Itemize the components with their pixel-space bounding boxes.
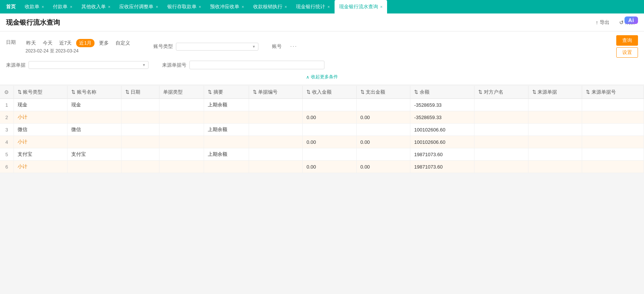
nav-tab-cash-stats[interactable]: 现金银行统计 × <box>291 0 334 13</box>
collapse-label: 收起更多条件 <box>311 74 338 80</box>
table-cell <box>159 161 204 173</box>
close-icon[interactable]: × <box>108 4 110 9</box>
table-cell: -3528659.33 <box>410 99 474 111</box>
table-cell <box>303 148 357 161</box>
table-cell <box>474 136 528 148</box>
date-label: 日期 <box>6 39 21 46</box>
table-cell: 现金 <box>14 99 68 111</box>
table-row: 6小计0.000.0019871073.60 <box>0 161 644 173</box>
table-cell: 现金 <box>68 99 122 111</box>
close-icon[interactable]: × <box>285 4 287 9</box>
nav-tab-fukuandan[interactable]: 付款单 × <box>48 0 77 13</box>
source-doc-num-label: 来源单据号 <box>162 62 186 69</box>
table-cell <box>528 161 582 173</box>
col-balance[interactable]: ⇅ 余额 <box>410 86 474 99</box>
table-cell: 小计 <box>14 161 68 173</box>
table-cell <box>121 99 159 111</box>
nav-home[interactable]: 首页 <box>2 0 20 13</box>
close-icon[interactable]: × <box>42 4 44 9</box>
table-cell: 0.00 <box>303 161 357 173</box>
account-filter: 账号 ··· <box>272 43 297 50</box>
table-cell: 上期余额 <box>204 148 249 161</box>
col-income[interactable]: ⇅ 收入金额 <box>303 86 357 99</box>
export-button[interactable]: ↑ 导出 <box>593 18 612 27</box>
table-cell: 微信 <box>14 124 68 136</box>
table-cell <box>68 161 122 173</box>
table-row: 4小计0.000.00100102606.60 <box>0 136 644 148</box>
table-cell: 100102606.60 <box>410 136 474 148</box>
table-cell: -3528659.33 <box>410 111 474 124</box>
table-cell: 4 <box>0 136 14 148</box>
nav-tab-advance[interactable]: 预收冲应收单 × <box>206 0 248 13</box>
table-cell: 5 <box>0 148 14 161</box>
close-icon[interactable]: × <box>199 4 201 9</box>
col-account-name[interactable]: ⇅ 账号名称 <box>68 86 122 99</box>
col-source-doc-num[interactable]: ⇅ 来源单据号 <box>582 86 644 99</box>
col-gear[interactable]: ⚙ <box>0 86 14 99</box>
nav-tab-adjustment[interactable]: 应收应付调整单 × <box>115 0 162 13</box>
filter-row-2: 来源单据 ▾ 来源单据号 <box>6 61 638 69</box>
close-icon[interactable]: × <box>380 4 383 9</box>
col-expense[interactable]: ⇅ 支出金额 <box>356 86 410 99</box>
table-cell <box>474 148 528 161</box>
col-source-doc[interactable]: ⇅ 来源单据 <box>528 86 582 99</box>
nav-tab-cash-flow[interactable]: 现金银行流水查询 × <box>335 0 387 13</box>
table-cell <box>528 136 582 148</box>
query-button[interactable]: 查询 <box>616 35 638 46</box>
date-opt-more[interactable]: 更多 <box>97 39 111 47</box>
date-opt-7days[interactable]: 近7天 <box>57 39 74 47</box>
table-header-row: ⚙ ⇅ 账号类型 ⇅ 账号名称 ⇅ 日期 单据类型 ⇅ 摘要 ⇅ 单据编号 <box>0 86 644 99</box>
table-cell <box>303 124 357 136</box>
close-icon[interactable]: × <box>327 4 330 9</box>
date-opt-today[interactable]: 今天 <box>41 39 55 47</box>
table-cell: 1 <box>0 99 14 111</box>
close-icon[interactable]: × <box>70 4 72 9</box>
col-doc-number[interactable]: ⇅ 单据编号 <box>249 86 303 99</box>
more-options-icon[interactable]: ··· <box>290 43 297 50</box>
col-summary[interactable]: ⇅ 摘要 <box>204 86 249 99</box>
account-type-dropdown[interactable]: ▾ <box>176 43 258 51</box>
collapse-bar[interactable]: ∧ 收起更多条件 <box>6 72 638 82</box>
table-cell <box>159 99 204 111</box>
col-doc-type: 单据类型 <box>159 86 204 99</box>
nav-tab-other-income[interactable]: 其他收入单 × <box>77 0 115 13</box>
gear-icon[interactable]: ⚙ <box>4 89 9 95</box>
table-cell: 100102606.60 <box>410 124 474 136</box>
table-cell <box>159 111 204 124</box>
table-cell <box>474 124 528 136</box>
collapse-up-icon: ∧ <box>306 75 309 80</box>
table-cell <box>582 124 644 136</box>
table-cell <box>68 136 122 148</box>
col-counterparty[interactable]: ⇅ 对方户名 <box>474 86 528 99</box>
nav-tab-bank-deposit[interactable]: 银行存取款单 × <box>163 0 206 13</box>
refresh-icon: ↺ <box>619 19 624 25</box>
date-range-display: 2023-02-24 至 2023-03-24 <box>26 48 132 54</box>
table-cell <box>528 124 582 136</box>
close-icon[interactable]: × <box>242 4 244 9</box>
date-opt-custom[interactable]: 自定义 <box>113 39 132 47</box>
table-cell: 支付宝 <box>14 148 68 161</box>
col-account-type[interactable]: ⇅ 账号类型 <box>14 86 68 99</box>
date-opt-1month[interactable]: 近1月 <box>76 39 95 47</box>
nav-tab-shoukuandan[interactable]: 收款单 × <box>20 0 48 13</box>
source-doc-num-input[interactable] <box>189 61 324 69</box>
table-cell: 支付宝 <box>68 148 122 161</box>
page-title: 现金银行流水查询 <box>6 18 60 27</box>
table-cell <box>68 111 122 124</box>
table-cell <box>121 161 159 173</box>
col-date[interactable]: ⇅ 日期 <box>121 86 159 99</box>
table-cell <box>159 124 204 136</box>
date-opt-yesterday[interactable]: 昨天 <box>24 39 38 47</box>
table-cell: 0.00 <box>303 136 357 148</box>
nav-tab-collection-exec[interactable]: 收款核销执行 × <box>249 0 291 13</box>
table-cell <box>249 124 303 136</box>
ai-badge[interactable]: Ai <box>624 16 638 24</box>
settings-button[interactable]: 设置 <box>616 47 638 58</box>
source-doc-dropdown[interactable]: ▾ <box>29 61 149 69</box>
table-cell <box>159 136 204 148</box>
table-cell <box>356 124 410 136</box>
table-cell <box>528 99 582 111</box>
date-options: 昨天 今天 近7天 近1月 更多 自定义 <box>24 39 132 47</box>
close-icon[interactable]: × <box>156 4 158 9</box>
source-doc-filter: 来源单据 ▾ <box>6 61 149 69</box>
